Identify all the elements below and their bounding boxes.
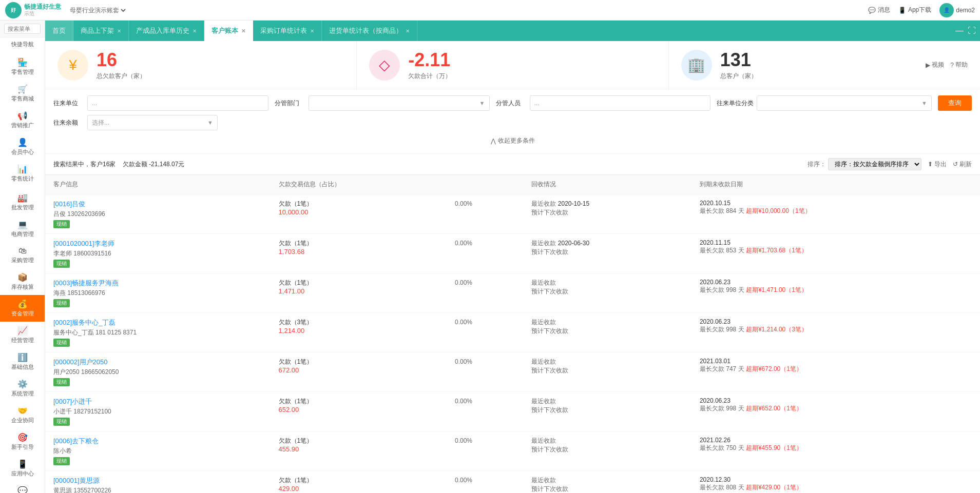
- sidebar-item-batch-mgmt[interactable]: 🏭 批发管理: [0, 189, 45, 215]
- recent-payment: 最近收款: [531, 476, 683, 485]
- overdue-amount-link[interactable]: 超期¥672.00（1笔）: [746, 365, 802, 372]
- sidebar-item-marketing[interactable]: 📢 营销推广: [0, 107, 45, 133]
- sidebar-item-new-guide[interactable]: 🎯 新手引导: [0, 428, 45, 455]
- debt-amount[interactable]: 652.00: [279, 406, 438, 413]
- sidebar-item-system-mgmt[interactable]: ⚙️ 系统管理: [0, 375, 45, 402]
- sidebar-item-enterprise-coop[interactable]: 🤝 企业协同: [0, 402, 45, 428]
- summary-card-debt-total: ◇ -2.11 欠款合计（万）: [357, 41, 668, 89]
- col-debt-pct: [447, 175, 523, 194]
- customer-name-link[interactable]: [0007]小迸千: [53, 397, 262, 406]
- sidebar-item-ecommerce[interactable]: 💻 电商管理: [0, 215, 45, 242]
- sidebar-item-member-center[interactable]: 👤 会员中心: [0, 133, 45, 160]
- customer-contact: 黄思源 13552700226: [53, 486, 262, 493]
- customer-tag: 现销: [53, 339, 70, 347]
- customer-tag: 现销: [53, 457, 70, 465]
- source-unit-input[interactable]: ...: [87, 95, 268, 111]
- tab-purchase-order[interactable]: 采购订单统计表 ✕: [253, 21, 322, 41]
- customer-contact: 陈小希: [53, 447, 262, 456]
- overdue-amount-link[interactable]: 超期¥429.00（1笔）: [746, 484, 802, 491]
- unit-category-input[interactable]: ▼: [757, 95, 932, 111]
- refresh-btn[interactable]: ↺ 刷新: [953, 160, 972, 169]
- overdue-amount-link[interactable]: 超期¥455.90（1笔）: [746, 444, 802, 451]
- video-btn[interactable]: ▶ 视频: [926, 61, 944, 69]
- help-btn[interactable]: ? 帮助: [950, 61, 968, 69]
- export-btn[interactable]: ⬆ 导出: [928, 160, 947, 169]
- sidebar-item-wechat[interactable]: 💬 企业微信: [0, 482, 45, 493]
- debt-pct: 0.00%: [455, 477, 472, 484]
- debt-amount[interactable]: 672.00: [279, 366, 438, 374]
- tab-close-purchase-order[interactable]: ✕: [310, 28, 314, 34]
- customer-name-link[interactable]: [000002]用户2050: [53, 358, 262, 367]
- customer-name-link[interactable]: [0001020001]李老师: [53, 239, 262, 248]
- inventory-icon: 📦: [17, 272, 28, 282]
- overdue-days: 最长欠款 750 天 超期¥455.90（1笔）: [700, 444, 972, 452]
- filter-row-2: 往来余额 选择... ▼: [53, 115, 218, 130]
- sidebar-item-app-center[interactable]: 📱 应用中心: [0, 455, 45, 482]
- overdue-amount-link[interactable]: 超期¥1,214.00（3笔）: [746, 326, 808, 333]
- tab-close-inbound-stats[interactable]: ✕: [406, 28, 410, 34]
- balance-filter: 往来余额 选择... ▼: [53, 115, 218, 130]
- sidebar-item-basic-info[interactable]: ℹ️ 基础信息: [0, 348, 45, 375]
- sidebar-item-ops-mgmt[interactable]: 📈 经营管理: [0, 322, 45, 348]
- sidebar-item-purchase-mgmt[interactable]: 🛍 采购管理: [0, 242, 45, 268]
- sort-select[interactable]: 排序：按欠款金额倒序排序: [828, 158, 921, 170]
- tab-product-shelf[interactable]: 商品上下架 ✕: [73, 21, 129, 41]
- overdue-amount-link[interactable]: 超期¥652.00（1笔）: [746, 405, 802, 412]
- retail-store-icon: 🛒: [17, 84, 28, 94]
- sidebar-item-retail-stats[interactable]: 📊 零售统计: [0, 160, 45, 187]
- sidebar-item-retail-store[interactable]: 🛒 零售商城: [0, 80, 45, 107]
- branch-dept-input[interactable]: ▼: [309, 95, 490, 111]
- company-selector[interactable]: 母婴行业演示账套: [68, 6, 127, 14]
- customer-name-link[interactable]: [0003]畅捷服务尹海燕: [53, 279, 262, 288]
- debt-amount[interactable]: 1,471.00: [279, 287, 438, 295]
- tab-production-history[interactable]: 产成品入库单历史 ✕: [129, 21, 204, 41]
- debt-amount[interactable]: 1,703.68: [279, 248, 438, 255]
- due-date: 2020.06.23: [700, 318, 972, 325]
- app-download-btn[interactable]: 📱 App下载: [898, 6, 931, 14]
- balance-select[interactable]: 选择... ▼: [87, 115, 218, 130]
- recent-payment: 最近收款 2020-06-30: [531, 239, 683, 248]
- tab-close-production-history[interactable]: ✕: [193, 28, 197, 34]
- search-input[interactable]: [4, 24, 41, 34]
- debt-label: 欠款（1笔）: [279, 239, 438, 248]
- search-btn[interactable]: 查询: [938, 95, 972, 111]
- tab-customer-account[interactable]: 客户账本 ✕: [204, 21, 253, 41]
- debt-amount[interactable]: 1,214.00: [279, 327, 438, 334]
- quick-nav-btn[interactable]: 快捷导航: [0, 37, 45, 51]
- debt-amount[interactable]: 429.00: [279, 485, 438, 492]
- tab-minimize-btn[interactable]: —: [955, 26, 964, 35]
- tab-close-customer-account[interactable]: ✕: [241, 28, 245, 34]
- branch-dept-filter: 分管部门 ▼: [275, 95, 490, 111]
- customer-contact: 海燕 18513066976: [53, 289, 262, 298]
- collapse-btn[interactable]: ⋀ 收起更多条件: [53, 134, 972, 147]
- customer-name-link[interactable]: [0002]服务中心_丁磊: [53, 318, 262, 327]
- table-row: [0003]畅捷服务尹海燕 海燕 18513066976 现销 欠款（1笔） 1…: [45, 273, 980, 313]
- customer-name-link[interactable]: [0016]吕俊: [53, 200, 262, 209]
- sidebar-item-retail-mgmt[interactable]: 🏪 零售管理: [0, 53, 45, 80]
- cell-debt: 欠款（1笔） 1,471.00: [271, 273, 447, 313]
- tab-inbound-stats[interactable]: 进货单统计表（按商品） ✕: [322, 21, 417, 41]
- sidebar-item-finance[interactable]: 💰 资金管理: [0, 295, 45, 322]
- tab-maximize-btn[interactable]: ⛶: [968, 26, 976, 35]
- recent-payment: 最近收款: [531, 437, 683, 445]
- debt-amount[interactable]: 10,000.00: [279, 208, 438, 216]
- cell-debt: 欠款（1笔） 1,703.68: [271, 234, 447, 273]
- message-btn[interactable]: 💬 消息: [868, 6, 890, 14]
- manager-input[interactable]: ...: [530, 95, 711, 111]
- overdue-amount-link[interactable]: 超期¥10,000.00（1笔）: [746, 207, 811, 214]
- table-row: [0001020001]李老师 李老师 18600391516 现销 欠款（1笔…: [45, 234, 980, 273]
- sidebar-item-inventory[interactable]: 📦 库存核算: [0, 268, 45, 295]
- tab-home[interactable]: 首页: [45, 21, 73, 41]
- tab-close-product-shelf[interactable]: ✕: [117, 28, 121, 34]
- cell-customer: [0002]服务中心_丁磊 服务中心_丁磊 181 0125 8371 现销: [45, 313, 271, 352]
- overdue-amount-link[interactable]: 超期¥1,471.00（1笔）: [746, 286, 808, 293]
- overdue-amount-link[interactable]: 超期¥1,703.68（1笔）: [746, 247, 808, 254]
- user-btn[interactable]: 👤 demo2: [939, 3, 975, 17]
- customer-name-link[interactable]: [0006]去下粮仓: [53, 437, 262, 446]
- customer-tag: 现销: [53, 418, 70, 426]
- balance-label: 往来余额: [53, 119, 84, 127]
- debt-amount[interactable]: 455.90: [279, 445, 438, 453]
- customer-name-link[interactable]: [000001]黄思源: [53, 476, 262, 485]
- debt-pct: 0.00%: [455, 319, 472, 326]
- finance-icon: 💰: [17, 299, 28, 309]
